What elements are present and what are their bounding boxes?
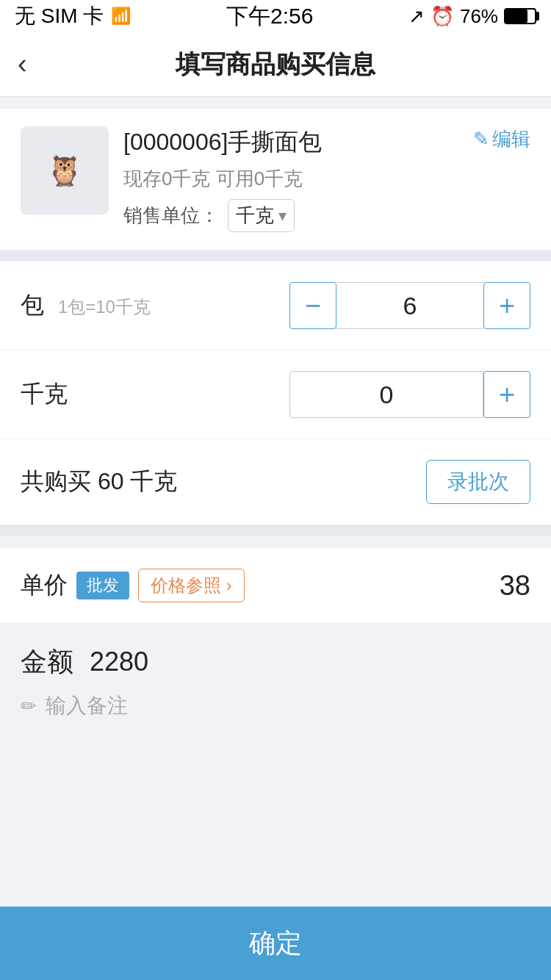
price-label: 单价	[21, 569, 68, 602]
product-card: 🦉 [0000006]手撕面包 现存0千克 可用0千克 销售单位： 千克 ▾ ✎…	[0, 109, 551, 250]
total-row: 共购买 60 千克 录批次	[0, 439, 551, 525]
alarm-icon: ⏰	[431, 5, 454, 28]
edit-button[interactable]: ✎ 编辑	[473, 126, 530, 152]
divider-1	[0, 250, 551, 262]
kg-quantity-control: +	[289, 371, 530, 418]
edit-icon: ✎	[473, 128, 489, 151]
batch-button[interactable]: 录批次	[426, 460, 530, 504]
product-thumbnail: 🦉	[21, 126, 109, 215]
kg-section: 千克 +	[0, 350, 551, 439]
location-icon: ↗	[408, 5, 425, 28]
carrier-text: 无 SIM 卡	[15, 2, 104, 30]
bao-label: 包 1包=10千克	[21, 289, 289, 322]
confirm-button-label: 确定	[249, 926, 302, 962]
note-placeholder: 输入备注	[46, 692, 128, 720]
bao-minus-button[interactable]: −	[289, 282, 336, 329]
unit-dropdown[interactable]: 千克 ▾	[228, 199, 295, 232]
battery-percent: 76%	[460, 5, 498, 28]
bao-input-row: 包 1包=10千克 − +	[0, 262, 551, 350]
kg-input-row: 千克 +	[0, 350, 551, 439]
product-logo: 🦉	[46, 154, 83, 188]
product-stock: 现存0千克 可用0千克	[123, 166, 530, 192]
price-section: 单价 批发 价格参照 › 38	[0, 548, 551, 624]
price-value: 38	[500, 570, 530, 602]
page-title: 填写商品购买信息	[176, 48, 375, 82]
amount-value: 2280	[90, 646, 148, 677]
price-ref-button[interactable]: 价格参照 ›	[138, 569, 245, 602]
amount-row: 金额 2280	[21, 644, 530, 680]
price-tag: 批发	[76, 572, 129, 599]
amount-section: 金额 2280 ✏ 输入备注	[0, 624, 551, 732]
kg-plus-button[interactable]: +	[483, 371, 530, 418]
bao-quantity-input[interactable]	[336, 282, 483, 329]
status-left: 无 SIM 卡 📶	[15, 2, 131, 30]
wifi-icon: 📶	[111, 7, 131, 26]
amount-label: 金额	[21, 646, 73, 677]
dropdown-arrow-icon: ▾	[278, 206, 287, 226]
nav-bar: ‹ 填写商品购买信息	[0, 32, 551, 97]
kg-quantity-input[interactable]	[289, 371, 483, 418]
kg-label: 千克	[21, 378, 289, 411]
bao-sub-label: 1包=10千克	[58, 297, 151, 317]
product-info: [0000006]手撕面包 现存0千克 可用0千克 销售单位： 千克 ▾	[123, 126, 530, 232]
time-display: 下午2:56	[226, 1, 313, 32]
divider-2	[0, 525, 551, 536]
status-bar: 无 SIM 卡 📶 下午2:56 ↗ ⏰ 76%	[0, 0, 551, 32]
product-name: [0000006]手撕面包	[123, 126, 530, 159]
bao-section: 包 1包=10千克 − +	[0, 262, 551, 350]
pencil-icon: ✏	[21, 695, 37, 718]
bao-quantity-control: − +	[289, 282, 530, 329]
bao-plus-button[interactable]: +	[483, 282, 530, 329]
back-button[interactable]: ‹	[18, 48, 27, 80]
unit-value: 千克	[236, 203, 274, 228]
product-unit-row: 销售单位： 千克 ▾	[123, 199, 530, 232]
confirm-button[interactable]: 确定	[0, 907, 551, 980]
total-text: 共购买 60 千克	[21, 466, 177, 498]
unit-label: 销售单位：	[123, 203, 219, 228]
edit-label: 编辑	[492, 126, 530, 152]
price-row: 单价 批发 价格参照 › 38	[0, 548, 551, 624]
note-row[interactable]: ✏ 输入备注	[21, 692, 530, 720]
status-right: ↗ ⏰ 76%	[408, 5, 536, 28]
battery-icon	[504, 8, 536, 24]
